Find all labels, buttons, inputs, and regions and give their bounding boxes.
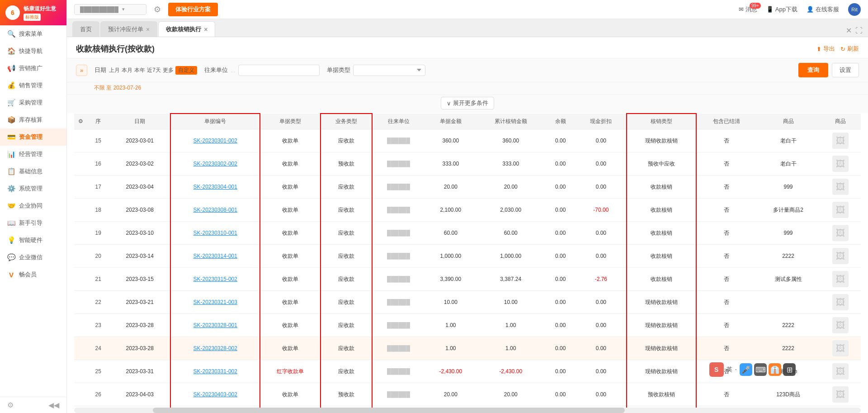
service-btn[interactable]: 👤 在线客服 [807, 5, 839, 14]
tab-payable[interactable]: 预计冲应付单 × [100, 21, 157, 37]
td-bill-type: 收款单 [260, 383, 321, 406]
date-last-month[interactable]: 上月 [109, 66, 120, 74]
table-scrollbar[interactable] [74, 408, 861, 413]
refresh-btn[interactable]: ↻ 刷新 [840, 45, 859, 53]
td-cancel-type: 收款核销 [627, 222, 697, 245]
td-bill-no[interactable]: SK-20230302-002 [170, 152, 260, 176]
sidebar-item-finance[interactable]: 💳 资金管理 [0, 128, 66, 146]
keyboard-icon[interactable]: ⌨ [754, 363, 767, 376]
tab-payable-close-icon[interactable]: × [146, 26, 150, 33]
td-bill-amount: 3,390.00 [425, 268, 477, 291]
td-bill-no[interactable]: SK-20230315-002 [170, 268, 260, 291]
filter-row2: ∨ 展开更多条件 [67, 95, 868, 113]
app-download-btn[interactable]: 📱 App下载 [766, 5, 797, 14]
sidebar-item-guide[interactable]: 📖 新手引导 [0, 214, 66, 232]
td-partner: ██████ [372, 245, 425, 268]
sidebar-item-wechat[interactable]: 💬 企业微信 [0, 249, 66, 266]
td-partner: ██████ [372, 314, 425, 337]
shirt-icon[interactable]: 👔 [769, 363, 781, 376]
td-bill-no[interactable]: SK-20230310-001 [170, 222, 260, 245]
sidebar-item-system[interactable]: ⚙️ 系统管理 [0, 180, 66, 197]
td-bill-no[interactable]: SK-20230331-002 [170, 360, 260, 383]
td-include-settled: 否 [696, 268, 756, 291]
td-cancel-type: 收款核销 [627, 199, 697, 222]
td-balance: 0.00 [545, 314, 576, 337]
td-product2: 🖼 [821, 129, 861, 152]
th-biz-type: 业务类型 [321, 114, 372, 129]
enterprise-icon: 🤝 [7, 202, 15, 210]
solution-btn[interactable]: 体验行业方案 [168, 3, 218, 16]
date-7days[interactable]: 近7天 [147, 66, 161, 74]
th-cash-discount: 现金折扣 [576, 114, 627, 129]
td-bill-no[interactable]: SK-20230304-001 [170, 176, 260, 199]
message-btn[interactable]: ✉ 消息 99+ [739, 5, 757, 14]
tab-window-close-icon[interactable]: ✕ [846, 26, 852, 35]
workspace-arrow-icon: ▾ [122, 6, 125, 12]
td-product: 123D商品 [756, 383, 821, 406]
user-avatar[interactable]: Rit [848, 3, 861, 16]
sidebar-logo: 6 畅康道好生意 标推版 [0, 0, 66, 25]
date-this-month[interactable]: 本月 [122, 66, 132, 74]
billtype-select[interactable] [353, 65, 425, 76]
filter-date-item: 日期 上月 本月 本年 近7天 更多 自定义 [94, 66, 197, 75]
date-custom-btn[interactable]: 自定义 [175, 66, 197, 75]
sidebar-item-sales[interactable]: 💰 销售管理 [0, 77, 66, 94]
td-num: 19 [87, 222, 109, 245]
td-bill-type: 收款单 [260, 222, 321, 245]
th-gear[interactable]: ⚙ [74, 114, 87, 129]
tab-receipt-label: 收款核销执行 [166, 25, 201, 33]
wechat-icon: 💬 [7, 253, 15, 261]
td-bill-no[interactable]: SK-20230403-002 [170, 383, 260, 406]
tab-window-expand-icon[interactable]: ⛶ [855, 27, 863, 35]
td-bill-no[interactable]: SK-20230314-001 [170, 245, 260, 268]
sidebar-item-basic[interactable]: 📋 基础信息 [0, 163, 66, 180]
sidebar-item-shortcut[interactable]: 🏠 快捷导航 [0, 43, 66, 60]
export-btn[interactable]: ⬆ 导出 [816, 45, 835, 53]
sidebar-item-member[interactable]: V 畅会员 [0, 266, 66, 283]
td-cancel-type: 收款核销 [627, 268, 697, 291]
td-bill-no[interactable]: SK-20230301-002 [170, 129, 260, 152]
topbar-settings-icon[interactable]: ⚙ [154, 5, 161, 14]
td-balance: 0.00 [545, 129, 576, 152]
collapse-icon[interactable]: ◀◀ [48, 401, 59, 409]
th-cancel-amount: 累计核销金额 [476, 114, 545, 129]
filter-setting-btn[interactable]: 设置 [832, 63, 859, 77]
sidebar-item-search[interactable]: 🔍 搜索菜单 [0, 25, 66, 43]
td-bill-no[interactable]: SK-20230308-001 [170, 199, 260, 222]
td-partner: ██████ [372, 268, 425, 291]
sidebar-item-inventory[interactable]: 📦 库存核算 [0, 111, 66, 128]
sidebar-bottom: ⚙ ◀◀ [0, 397, 66, 413]
query-btn[interactable]: 查询 [798, 63, 828, 77]
sidebar-item-enterprise[interactable]: 🤝 企业协同 [0, 197, 66, 214]
expand-more-label: 展开更多条件 [453, 99, 488, 107]
table-row: 212023-03-15SK-20230315-002收款单应收款██████3… [74, 268, 861, 291]
date-this-year[interactable]: 本年 [134, 66, 145, 74]
sidebar-item-operation[interactable]: 📊 经营管理 [0, 146, 66, 163]
hardware-icon: 💡 [7, 236, 15, 244]
content-actions: ⬆ 导出 ↻ 刷新 [816, 45, 859, 53]
sidebar-item-marketing[interactable]: 📢 营销推广 [0, 60, 66, 77]
td-include-settled: 否 [696, 245, 756, 268]
filter-expand-btn[interactable]: » [76, 65, 87, 76]
date-more[interactable]: 更多 [163, 66, 174, 74]
td-bill-no[interactable]: SK-20230328-002 [170, 337, 260, 360]
mic-icon[interactable]: 🎤 [740, 363, 752, 376]
tab-payable-label: 预计冲应付单 [108, 25, 143, 33]
td-bill-no[interactable]: SK-20230328-001 [170, 314, 260, 337]
tab-receipt-close-icon[interactable]: × [204, 26, 208, 33]
td-bill-amount: 1,000.00 [425, 245, 477, 268]
sidebar-item-purchase[interactable]: 🛒 采购管理 [0, 94, 66, 111]
settings-icon[interactable]: ⚙ [7, 401, 14, 409]
td-balance: 0.00 [545, 152, 576, 176]
td-date: 2023-03-21 [109, 291, 170, 314]
th-product: 商品 [756, 114, 821, 129]
expand-more-btn[interactable]: ∨ 展开更多条件 [441, 97, 494, 109]
sidebar-item-hardware[interactable]: 💡 智能硬件 [0, 232, 66, 249]
td-bill-no[interactable]: SK-20230321-003 [170, 291, 260, 314]
partner-input[interactable] [238, 65, 320, 76]
apps-icon[interactable]: ⊞ [783, 363, 796, 376]
td-num: 25 [87, 360, 109, 383]
tab-receipt[interactable]: 收款核销执行 × [158, 21, 215, 37]
workspace-selector[interactable]: ██████████ ▾ [74, 4, 146, 15]
tab-home[interactable]: 首页 [72, 21, 99, 37]
